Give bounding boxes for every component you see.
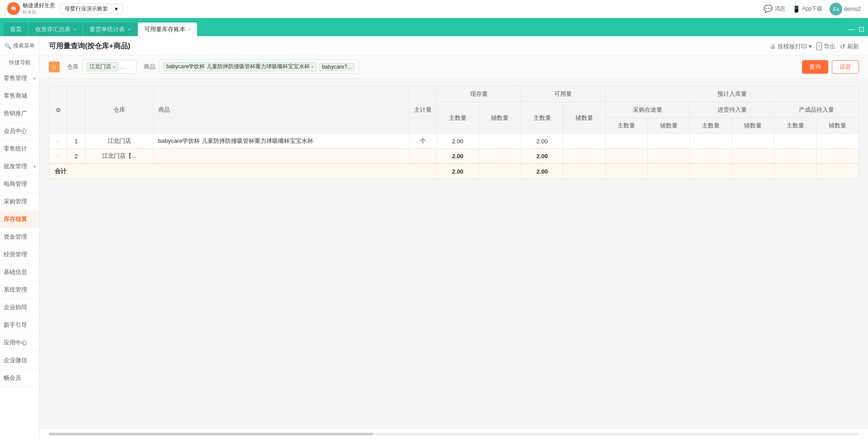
store-chevron-icon bbox=[115, 5, 118, 12]
main-layout: 搜索菜单 快捷导航 零售管理 零售商城 营销推广 会员中心 零售统计 批发管理 … bbox=[0, 36, 868, 439]
th-current-main: 主数量 bbox=[437, 102, 479, 134]
product-input[interactable]: babycare学饮杯 儿童防摔防撞吸管杯重力球吸嘴杯宝宝水杯 × babyca… bbox=[159, 60, 359, 74]
th-unit: 主计量 bbox=[410, 86, 437, 134]
th-purchase-transit-main: 主数量 bbox=[605, 118, 647, 134]
th-product-pending-main: 主数量 bbox=[774, 118, 816, 134]
top-bar-left: 畅 畅捷通好生意 标准版 母婴行业演示账套 bbox=[7, 2, 123, 15]
sidebar-item-ecommerce[interactable]: 电商管理 bbox=[0, 175, 39, 193]
sidebar-item-collaboration[interactable]: 企业协同 bbox=[0, 299, 39, 316]
sidebar-search-area: 搜索菜单 bbox=[0, 36, 39, 56]
query-btn[interactable]: 查询 bbox=[802, 60, 828, 74]
cell-product-2 bbox=[153, 149, 410, 164]
inventory-table: 仓库 商品 主计量 现存量 可用量 预计入库量 主数量 辅数量 主数量 辅数量 … bbox=[49, 86, 859, 179]
filter-actions: 查询 设置 bbox=[802, 60, 859, 74]
app-icon bbox=[793, 5, 800, 13]
total-pp-main bbox=[774, 164, 816, 179]
cell-pt-main-2 bbox=[605, 149, 647, 164]
sidebar-item-finance[interactable]: 资金管理 bbox=[0, 228, 39, 246]
brand-sub: 标准版 bbox=[23, 9, 55, 15]
cell-avail-aux-1 bbox=[563, 134, 605, 149]
avatar: Ea bbox=[830, 3, 842, 15]
close-tab-inventory[interactable]: × bbox=[188, 27, 191, 32]
wholesale-arrow bbox=[33, 164, 36, 169]
cell-index-2: 2 bbox=[67, 149, 85, 164]
th-planned-inbound: 预计入库量 bbox=[605, 86, 859, 102]
message-btn[interactable]: 消息 bbox=[764, 5, 785, 13]
cell-settings-1[interactable]: ○ bbox=[49, 134, 67, 149]
sidebar-item-retail-mgmt[interactable]: 零售管理 bbox=[0, 70, 39, 87]
store-selector[interactable]: 母婴行业演示账套 bbox=[60, 4, 123, 14]
warehouse-more[interactable]: ... bbox=[120, 64, 125, 70]
tab-order-stats[interactable]: 要货单统计表 × bbox=[83, 23, 137, 36]
th-settings[interactable] bbox=[49, 86, 67, 134]
cell-warehouse-2: 江北门店【... bbox=[85, 149, 154, 164]
cell-unit-1: 个 bbox=[410, 134, 437, 149]
tab-available-inventory[interactable]: 可用量库存账本 × bbox=[138, 23, 197, 36]
tab-home[interactable]: 首页 bbox=[4, 23, 28, 36]
horizontal-scrollbar[interactable] bbox=[49, 433, 859, 435]
sidebar-item-purchase[interactable]: 采购管理 bbox=[0, 193, 39, 211]
retail-mgmt-arrow bbox=[33, 76, 36, 81]
close-tab-receive[interactable]: × bbox=[73, 27, 76, 32]
top-bar: 畅 畅捷通好生意 标准版 母婴行业演示账套 消息 App下载 Ea demo2 bbox=[0, 0, 868, 18]
warehouse-label: 仓库 bbox=[67, 63, 79, 71]
sidebar-item-retail-stats[interactable]: 零售统计 bbox=[0, 140, 39, 158]
total-pp-aux bbox=[816, 164, 859, 179]
print-btn[interactable]: 按模板打印 bbox=[770, 42, 812, 51]
table-footer bbox=[40, 429, 868, 439]
refresh-icon bbox=[840, 43, 845, 50]
scrollbar-thumb[interactable] bbox=[49, 433, 373, 435]
warehouse-filter: 仓库 江北门店 × ... bbox=[67, 60, 137, 74]
sidebar-item-inventory[interactable]: 库存核算 bbox=[0, 211, 39, 228]
cell-ip-main-2 bbox=[690, 149, 732, 164]
refresh-btn[interactable]: 刷新 bbox=[840, 42, 859, 51]
sidebar-item-member-center[interactable]: 会员中心 bbox=[0, 123, 39, 140]
sidebar-item-basic-info[interactable]: 基础信息 bbox=[0, 264, 39, 281]
quick-nav-btn[interactable]: 快捷导航 bbox=[0, 56, 39, 70]
close-all-tabs[interactable]: — ⊡ bbox=[848, 25, 864, 36]
th-row-num bbox=[67, 86, 85, 134]
settings-icon bbox=[56, 107, 61, 113]
cell-current-main-1: 2.00 bbox=[437, 134, 479, 149]
nav-tabs: 首页 收发存汇总表 × 要货单统计表 × 可用量库存账本 × — ⊡ bbox=[0, 18, 868, 36]
cell-pt-aux-1 bbox=[648, 134, 690, 149]
cell-warehouse-1: 江北门店 bbox=[85, 134, 154, 149]
cell-settings-2[interactable]: ○ bbox=[49, 149, 67, 164]
remove-warehouse-tag[interactable]: × bbox=[113, 64, 115, 70]
remove-product-tag-1[interactable]: × bbox=[311, 64, 314, 70]
sidebar-item-retail-mall[interactable]: 零售商城 bbox=[0, 87, 39, 105]
search-menu-btn[interactable]: 搜索菜单 bbox=[4, 40, 36, 52]
product-filter: 商品 babycare学饮杯 儿童防摔防撞吸管杯重力球吸嘴杯宝宝水杯 × bab… bbox=[144, 60, 359, 74]
sidebar-item-vip-member[interactable]: 畅会员 bbox=[0, 369, 39, 387]
total-pt-aux bbox=[648, 164, 690, 179]
total-current-aux bbox=[479, 164, 521, 179]
cell-pp-aux-1 bbox=[816, 134, 859, 149]
page-title: 可用量查询(按仓库+商品) bbox=[49, 42, 130, 51]
cell-current-aux-2 bbox=[479, 149, 521, 164]
tab-receive-summary[interactable]: 收发存汇总表 × bbox=[29, 23, 82, 36]
sidebar-item-app-center[interactable]: 应用中心 bbox=[0, 334, 39, 352]
settings-btn[interactable]: 设置 bbox=[832, 60, 859, 74]
cell-current-aux-1 bbox=[479, 134, 521, 149]
user-menu[interactable]: Ea demo2 bbox=[830, 3, 861, 15]
sidebar-item-operations[interactable]: 经营管理 bbox=[0, 246, 39, 264]
warehouse-tag: 江北门店 × bbox=[86, 62, 118, 71]
th-inbound-pending-aux: 辅数量 bbox=[732, 118, 774, 134]
sidebar-item-new-guide[interactable]: 新手引导 bbox=[0, 316, 39, 334]
product-tag-1: babycare学饮杯 儿童防摔防撞吸管杯重力球吸嘴杯宝宝水杯 × bbox=[163, 62, 317, 71]
export-btn[interactable]: 导出 bbox=[816, 42, 836, 51]
sidebar-item-wholesale-mgmt[interactable]: 批发管理 bbox=[0, 158, 39, 175]
app-download-btn[interactable]: App下载 bbox=[793, 5, 822, 13]
minimize-icon: — bbox=[848, 25, 855, 33]
table-wrapper: 仓库 商品 主计量 现存量 可用量 预计入库量 主数量 辅数量 主数量 辅数量 … bbox=[40, 79, 868, 429]
sidebar-item-marketing[interactable]: 营销推广 bbox=[0, 105, 39, 123]
warehouse-input[interactable]: 江北门店 × ... bbox=[82, 60, 137, 74]
page-header: 可用量查询(按仓库+商品) 按模板打印 导出 刷新 bbox=[40, 36, 868, 55]
filter-expand-btn[interactable]: » bbox=[49, 61, 60, 72]
close-tab-order[interactable]: × bbox=[127, 27, 130, 32]
search-icon bbox=[5, 43, 11, 49]
cell-current-main-2: 2.00 bbox=[437, 149, 479, 164]
th-purchase-transit-aux: 辅数量 bbox=[648, 118, 690, 134]
sidebar-item-system[interactable]: 系统管理 bbox=[0, 281, 39, 299]
sidebar-item-corp-wechat[interactable]: 企业微信 bbox=[0, 352, 39, 369]
